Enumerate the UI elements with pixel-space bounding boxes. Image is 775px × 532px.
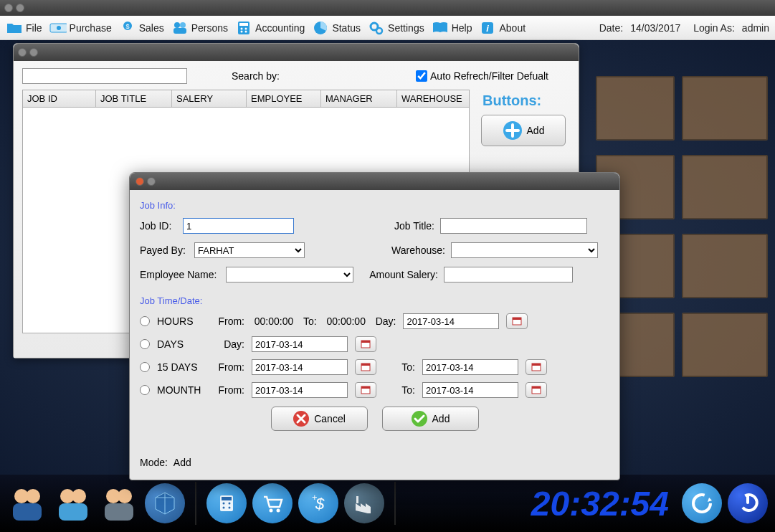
days15-to-input[interactable] [422, 359, 518, 375]
calendar-button[interactable] [526, 359, 547, 375]
list-window-close[interactable] [18, 48, 27, 57]
time-to-value[interactable]: 00:00:00 [324, 315, 369, 327]
folder-icon [6, 21, 23, 35]
col-warehouse[interactable]: WAREHOUSE [397, 90, 469, 107]
login-value: admin [742, 22, 769, 34]
dialog-add-button[interactable]: Add [382, 407, 479, 431]
money-hand-icon: $ [119, 21, 136, 35]
table-header: JOB ID JOB TITLE SALERY EMPLOYEE MANAGER… [23, 90, 469, 108]
svg-point-48 [270, 509, 273, 513]
month-from-input[interactable] [252, 382, 348, 398]
menu-status[interactable]: Status [312, 21, 361, 35]
days-label: DAYS [157, 338, 209, 350]
svg-point-5 [180, 22, 186, 28]
svg-text:+: + [312, 493, 318, 503]
cancel-button[interactable]: Cancel [271, 407, 368, 431]
window-control-close[interactable] [4, 4, 13, 12]
day-label-2: Day: [216, 338, 244, 350]
job-id-label: Job ID: [140, 220, 177, 232]
cash-icon [49, 21, 67, 35]
calendar-icon [531, 386, 541, 394]
calendar-button[interactable] [506, 313, 528, 329]
menu-accounting[interactable]: Accounting [235, 21, 305, 35]
calendar-icon [361, 340, 371, 348]
svg-rect-28 [361, 386, 370, 389]
menu-sales[interactable]: $ Sales [119, 21, 164, 35]
check-icon [411, 410, 428, 427]
to-label: To: [303, 315, 317, 327]
svg-rect-52 [356, 496, 358, 503]
menu-help[interactable]: Help [432, 21, 472, 35]
days-date-input[interactable] [252, 336, 348, 352]
svg-point-9 [241, 27, 243, 29]
menu-purchase[interactable]: Purchase [49, 21, 112, 35]
dialog-add-label: Add [432, 413, 450, 424]
dock-cube-icon[interactable] [145, 483, 185, 523]
dock-dollar-plus-icon[interactable]: $+ [298, 483, 338, 523]
svg-point-11 [241, 30, 243, 32]
dock-persons-1-icon[interactable] [7, 483, 47, 523]
search-by-label: Search by: [232, 70, 280, 82]
menu-persons[interactable]: Persons [171, 21, 228, 35]
payed-by-select[interactable]: FARHAT [194, 242, 305, 258]
calendar-button[interactable] [355, 359, 376, 375]
dock-refresh-button[interactable] [682, 483, 722, 523]
hours-day-input[interactable] [403, 313, 499, 329]
col-job-title[interactable]: JOB TITLE [96, 90, 172, 107]
employee-name-select[interactable] [226, 267, 353, 282]
days15-radio[interactable] [140, 362, 150, 372]
hours-radio[interactable] [140, 316, 150, 326]
svg-point-44 [223, 503, 225, 505]
window-control-min[interactable] [16, 4, 24, 12]
days-radio[interactable] [140, 339, 150, 349]
dock-factory-icon[interactable] [344, 483, 384, 523]
hours-label: HOURS [157, 315, 209, 327]
time-from-value[interactable]: 00:00:00 [252, 315, 296, 327]
cancel-icon [293, 410, 310, 427]
from-label-2: From: [216, 361, 244, 373]
menu-settings[interactable]: Settings [368, 21, 424, 35]
dock-persons-2-icon[interactable] [53, 483, 93, 523]
job-id-input[interactable] [183, 218, 294, 234]
dock-calculator-icon[interactable] [206, 483, 247, 523]
col-employee[interactable]: EMPLOYEE [247, 90, 321, 107]
auto-refresh-checkbox[interactable]: Auto Refrech/Filter Defualt [416, 70, 548, 82]
calendar-button[interactable] [355, 382, 376, 398]
search-input[interactable] [22, 68, 187, 84]
month-radio[interactable] [140, 385, 150, 395]
svg-point-12 [245, 30, 247, 32]
days15-from-input[interactable] [252, 359, 348, 375]
date-label: Date: [599, 22, 623, 34]
dock-divider [195, 482, 196, 525]
col-salery[interactable]: SALERY [172, 90, 247, 107]
dialog-close-button[interactable] [135, 177, 144, 186]
list-window-min[interactable] [29, 48, 38, 57]
svg-point-15 [376, 28, 382, 34]
svg-text:$: $ [125, 23, 129, 30]
dock-cart-icon[interactable] [252, 483, 293, 523]
dock-persons-3-icon[interactable] [99, 483, 139, 523]
menu-about[interactable]: i About [479, 21, 526, 35]
warehouse-select[interactable] [451, 242, 598, 258]
amount-salery-input[interactable] [444, 267, 573, 282]
month-to-input[interactable] [422, 382, 518, 398]
menu-file[interactable]: File [6, 21, 42, 35]
dock-taskbar: $+ 20:32:54 [0, 475, 775, 532]
col-manager[interactable]: MANAGER [321, 90, 397, 107]
dock-divider [394, 482, 396, 525]
auto-refresh-input[interactable] [416, 70, 427, 82]
calendar-icon [361, 386, 371, 394]
add-button[interactable]: Add [481, 115, 566, 146]
dialog-titlebar [130, 173, 619, 190]
employee-name-label: Employee Name: [140, 269, 220, 280]
job-title-input[interactable] [440, 218, 587, 234]
dialog-min-button[interactable] [147, 177, 156, 186]
menu-label: Persons [191, 22, 228, 34]
month-label: MOUNTH [157, 384, 209, 396]
col-job-id[interactable]: JOB ID [23, 90, 96, 107]
calendar-button[interactable] [355, 336, 376, 352]
svg-point-34 [26, 489, 40, 503]
calendar-button[interactable] [526, 382, 547, 398]
svg-rect-22 [361, 341, 370, 343]
dock-power-button[interactable] [728, 483, 768, 523]
